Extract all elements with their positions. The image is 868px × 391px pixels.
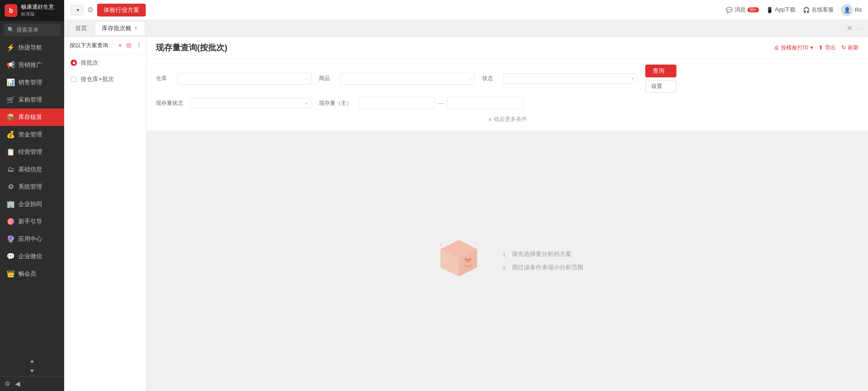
inventory-qty-max[interactable] [447, 97, 524, 109]
filter-panel-collapse-btn[interactable]: 《 [134, 41, 141, 49]
collapse-sidebar-icon[interactable]: ◀ [15, 380, 20, 387]
sidebar-item-system[interactable]: ⚙ 系统管理 [0, 178, 64, 196]
online-service-btn[interactable]: 🎧 在线客服 [803, 6, 834, 14]
warehouse-input[interactable] [177, 73, 312, 85]
print-icon: 🖨 [774, 44, 779, 51]
tip-text-2: 用过滤条件来缩小分析范围 [512, 263, 583, 272]
empty-tips: 1 请先选择要分析的方案 2 用过滤条件来缩小分析范围 [500, 250, 583, 272]
nav-icon-sales: 📊 [6, 78, 15, 87]
company-selector[interactable]: ​ ▾ [71, 5, 83, 15]
nav-label-newbie: 新手引导 [18, 217, 42, 226]
sidebar-item-quick[interactable]: ⚡ 快捷导航 [0, 39, 64, 56]
sidebar-scroll-down[interactable]: ▼ [0, 366, 64, 376]
sidebar-item-inventory[interactable]: 📦 库存核算 [0, 109, 64, 126]
content-area: 按以下方案查询 ＋ ◎ 《 按批次 按仓库+批次 现存量查询(按批次) [64, 37, 868, 391]
query-btn[interactable]: 查询 [645, 65, 676, 77]
filter-item-batch[interactable]: 按批次 [64, 54, 146, 71]
product-input[interactable] [340, 73, 475, 85]
warehouse-label: 仓库 [156, 75, 174, 82]
user-profile-btn[interactable]: 👤 Rit [841, 4, 862, 16]
filter-panel-title: 按以下方案查询 [70, 42, 108, 49]
sidebar-header: b 畅康通好生意 标准版 [0, 0, 64, 21]
tab-close-inventory-batch[interactable]: ✕ [134, 25, 138, 31]
settings-btn[interactable]: 设置 [645, 80, 676, 92]
query-buttons: 查询 设置 [645, 65, 676, 92]
warehouse-input-wrap: ··· [177, 73, 312, 85]
nav-icon-appstore: 🔮 [6, 235, 15, 243]
product-field: 商品 ··· [319, 73, 475, 85]
collapse-more-btn[interactable]: ∧ 收起更多条件 [488, 115, 527, 123]
tab-home[interactable]: 首页 [69, 22, 93, 35]
filter-item-warehouse-batch[interactable]: 按仓库+批次 [64, 71, 146, 87]
main-panel: 现存量查询(按批次) 🖨 按模板打印 ▾ ⬆ 导出 ↻ 刷新 [147, 37, 868, 391]
export-btn[interactable]: ⬆ 导出 [819, 44, 836, 52]
nav-icon-purchase: 🛒 [6, 96, 15, 104]
username: Rit [855, 7, 862, 13]
svg-point-6 [469, 258, 472, 260]
sidebar-item-weixin[interactable]: 💬 企业微信 [0, 248, 64, 265]
sidebar-item-member[interactable]: 👑 畅会员 [0, 265, 64, 282]
sidebar-item-purchase[interactable]: 🛒 采购管理 [0, 91, 64, 109]
avatar: 👤 [841, 4, 853, 16]
app-title-group: 畅康通好生意 标准版 [21, 4, 54, 17]
collapse-row: ∧ 收起更多条件 [156, 114, 859, 125]
warehouse-suffix-icon[interactable]: ··· [304, 76, 309, 82]
nav-icon-quick: ⚡ [6, 43, 15, 52]
sidebar-item-appstore[interactable]: 🔮 应用中心 [0, 230, 64, 248]
gear-icon[interactable]: ⚙ [87, 5, 93, 14]
sidebar-item-finance[interactable]: 💰 资金管理 [0, 126, 64, 143]
nav-label-system: 系统管理 [18, 183, 42, 191]
company-chevron-icon: ▾ [77, 7, 79, 13]
app-download-label: App下载 [775, 6, 796, 14]
refresh-btn[interactable]: ↻ 刷新 [841, 44, 859, 52]
sidebar-item-basic[interactable]: 🗂 基础信息 [0, 161, 64, 178]
product-input-wrap: ··· [340, 73, 475, 85]
collapse-label: 收起更多条件 [494, 115, 527, 123]
page-actions: 🖨 按模板打印 ▾ ⬆ 导出 ↻ 刷新 [774, 44, 859, 52]
app-name: 畅康通好生意 [21, 4, 54, 11]
status-field: 状态 ▾ [482, 73, 638, 84]
add-filter-btn[interactable]: ＋ [117, 41, 123, 49]
sidebar-item-marketing[interactable]: 📢 营销推广 [0, 56, 64, 74]
tab-inventory-batch[interactable]: 库存批次账 ✕ [95, 22, 144, 35]
nav-label-finance: 资金管理 [18, 130, 42, 139]
search-row-2: 现存量状态 ▾ 现存量（主） — [156, 97, 859, 109]
nav-label-inventory: 库存核算 [18, 113, 42, 121]
filter-label-warehouse-batch: 按仓库+批次 [81, 75, 114, 83]
inventory-qty-min[interactable] [358, 97, 435, 109]
filter-settings-btn[interactable]: ◎ [126, 41, 132, 49]
status-select[interactable]: ▾ [503, 73, 638, 84]
tab-panel-close-icon[interactable]: ✕ [846, 24, 852, 33]
nav-label-enterprise: 企业协同 [18, 200, 42, 208]
print-chevron-icon: ▾ [810, 44, 813, 51]
message-btn[interactable]: 💬 消息 99+ [726, 6, 759, 14]
inventory-status-select[interactable]: ▾ [190, 98, 312, 109]
filter-label-batch: 按批次 [81, 59, 99, 67]
export-icon: ⬆ [819, 44, 823, 51]
sidebar-footer: ⚙ ◀ [0, 376, 64, 391]
sidebar-scroll-up[interactable]: ▲ [0, 356, 64, 366]
print-btn[interactable]: 🖨 按模板打印 ▾ [774, 44, 813, 52]
nav-label-appstore: 应用中心 [18, 235, 42, 243]
app-download-btn[interactable]: 📱 App下载 [766, 6, 796, 14]
sidebar-item-sales[interactable]: 📊 销售管理 [0, 74, 64, 91]
print-label: 按模板打印 [781, 44, 808, 52]
tab-panel-expand-icon[interactable]: ⋯ [855, 23, 863, 33]
product-suffix-icon[interactable]: ··· [467, 76, 472, 82]
sidebar-item-newbie[interactable]: 🎯 新手引导 [0, 213, 64, 230]
product-label: 商品 [319, 75, 337, 82]
trial-btn[interactable]: 体验行业方案 [97, 4, 146, 16]
search-menu-btn[interactable]: 🔍 搜索菜单 [4, 24, 60, 36]
sidebar-item-enterprise[interactable]: 🏢 企业协同 [0, 196, 64, 213]
sidebar-item-ops[interactable]: 📋 经营管理 [0, 143, 64, 161]
nav-label-ops: 经营管理 [18, 148, 42, 156]
nav-icon-ops: 📋 [6, 148, 15, 156]
export-label: 导出 [825, 44, 836, 52]
tab-home-label: 首页 [75, 24, 87, 33]
nav-icon-enterprise: 🏢 [6, 200, 15, 208]
svg-text:✦: ✦ [475, 241, 478, 245]
range-dash: — [438, 100, 444, 107]
nav-label-purchase: 采购管理 [18, 96, 42, 104]
nav-icon-marketing: 📢 [6, 61, 15, 69]
settings-icon[interactable]: ⚙ [5, 380, 11, 387]
